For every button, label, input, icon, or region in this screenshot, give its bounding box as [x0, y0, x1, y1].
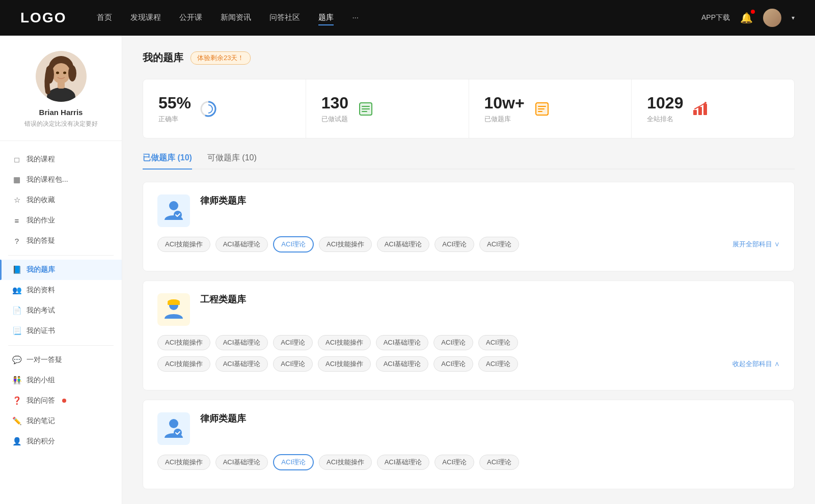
stat-rank-value: 1029 [647, 94, 683, 113]
favorites-icon: ☆ [12, 195, 21, 205]
tag-3-2[interactable]: ACI基础理论 [215, 455, 268, 470]
tag-2-r2-3[interactable]: ACI理论 [273, 356, 313, 372]
header: LOGO 首页 发现课程 公开课 新闻资讯 问答社区 题库 ··· APP下载 … [0, 0, 815, 36]
app-download[interactable]: APP下载 [701, 13, 730, 22]
tag-2-4[interactable]: ACI技能操作 [318, 335, 371, 350]
tag-2-3[interactable]: ACI理论 [273, 335, 313, 350]
sidebar-item-notes[interactable]: ✏️ 我的笔记 [0, 411, 122, 431]
sidebar-item-label: 我的课程包... [26, 175, 68, 184]
bell-badge [751, 10, 755, 14]
tabs-row: 已做题库 (10) 可做题库 (10) [143, 153, 795, 170]
tag-2-r2-6[interactable]: ACI理论 [433, 356, 473, 372]
tag-2-5[interactable]: ACI基础理论 [376, 335, 429, 350]
tag-1-7[interactable]: ACI理论 [479, 237, 519, 252]
qbank-card-2-title-wrap: 工程类题库 [200, 293, 246, 305]
sidebar-item-label: 我的证书 [26, 326, 55, 335]
sidebar-item-courses[interactable]: □ 我的课程 [0, 149, 122, 170]
tag-1-5[interactable]: ACI基础理论 [377, 237, 430, 252]
sidebar-profile: Brian Harris 错误的决定比没有决定要好 [0, 51, 122, 141]
sidebar-item-exams[interactable]: 📄 我的考试 [0, 300, 122, 321]
tag-1-3[interactable]: ACI理论 [273, 236, 314, 253]
profile-avatar [36, 51, 87, 102]
collapse-btn-2[interactable]: 收起全部科目 ∧ [732, 359, 780, 369]
svg-rect-22 [693, 110, 697, 115]
sidebar-item-1to1qa[interactable]: 💬 一对一答疑 [0, 350, 122, 370]
sidebar-item-label: 一对一答疑 [26, 355, 62, 365]
sidebar-item-certificate[interactable]: 📃 我的证书 [0, 321, 122, 341]
tag-2-7[interactable]: ACI理论 [478, 335, 518, 350]
sidebar-item-groups[interactable]: 👫 我的小组 [0, 370, 122, 390]
tag-3-6[interactable]: ACI理论 [434, 455, 474, 470]
sidebar-divider-1 [8, 255, 114, 256]
nav-open[interactable]: 公开课 [179, 11, 202, 25]
nav-home[interactable]: 首页 [97, 11, 112, 25]
avatar-svg [36, 51, 87, 102]
user-menu-chevron[interactable]: ▾ [792, 14, 795, 21]
tab-available-banks[interactable]: 可做题库 (10) [207, 153, 257, 169]
stat-accuracy-icon [199, 100, 218, 118]
svg-point-2 [52, 63, 70, 83]
sidebar-item-course-packs[interactable]: ▦ 我的课程包... [0, 170, 122, 190]
qbank-card-3-tags: ACI技能操作 ACI基础理论 ACI理论 ACI技能操作 ACI基础理论 AC… [157, 454, 780, 470]
tag-1-2[interactable]: ACI基础理论 [215, 237, 268, 252]
svg-point-32 [174, 429, 182, 437]
tag-2-r2-5[interactable]: ACI基础理论 [376, 356, 429, 372]
nav-more[interactable]: ··· [352, 11, 359, 25]
tab-done-banks[interactable]: 已做题库 (10) [143, 153, 192, 169]
logo[interactable]: LOGO [20, 10, 66, 26]
tag-3-7[interactable]: ACI理论 [479, 455, 519, 470]
tag-1-6[interactable]: ACI理论 [434, 237, 474, 252]
svg-point-4 [68, 65, 76, 81]
sidebar-item-questionbank[interactable]: 📘 我的题库 [0, 260, 122, 280]
qbank-card-3-icon [157, 412, 190, 445]
tag-3-4[interactable]: ACI技能操作 [319, 455, 372, 470]
stat-accuracy: 55% 正确率 [143, 79, 306, 138]
avatar-image [763, 9, 781, 27]
stat-done-questions-icon [357, 100, 375, 118]
tag-1-1[interactable]: ACI技能操作 [157, 237, 210, 252]
nav-news[interactable]: 新闻资讯 [221, 11, 251, 25]
sidebar-item-favorites[interactable]: ☆ 我的收藏 [0, 190, 122, 210]
tag-3-3[interactable]: ACI理论 [273, 454, 314, 470]
svg-point-25 [704, 102, 707, 104]
expand-btn-1[interactable]: 展开全部科目 ∨ [732, 240, 780, 249]
tag-2-1[interactable]: ACI技能操作 [157, 335, 210, 350]
sidebar-item-qa[interactable]: ? 我的答疑 [0, 231, 122, 251]
tag-3-5[interactable]: ACI基础理论 [377, 455, 430, 470]
tag-2-r2-1[interactable]: ACI技能操作 [157, 356, 210, 372]
qbank-card-1: 律师类题库 ACI技能操作 ACI基础理论 ACI理论 ACI技能操作 ACI基… [143, 182, 795, 271]
page-layout: Brian Harris 错误的决定比没有决定要好 □ 我的课程 ▦ 我的课程包… [0, 36, 815, 504]
svg-rect-23 [698, 107, 702, 115]
nav-questionbank[interactable]: 题库 [318, 11, 334, 25]
tag-2-2[interactable]: ACI基础理论 [215, 335, 268, 350]
sidebar-item-points[interactable]: 👤 我的积分 [0, 431, 122, 452]
courses-icon: □ [12, 155, 21, 164]
tag-2-r2-7[interactable]: ACI理论 [478, 356, 518, 372]
profile-name: Brian Harris [39, 108, 83, 117]
tag-1-4[interactable]: ACI技能操作 [319, 237, 372, 252]
qbank-card-2-header: 工程类题库 [157, 293, 780, 326]
stat-rank-text: 1029 全站排名 [647, 94, 683, 124]
sidebar-item-homework[interactable]: ≡ 我的作业 [0, 210, 122, 231]
stat-done-questions-label: 已做试题 [321, 115, 348, 124]
sidebar-item-materials[interactable]: 👥 我的资料 [0, 280, 122, 300]
tag-2-r2-4[interactable]: ACI技能操作 [318, 356, 371, 372]
sidebar-item-label: 我的课程 [26, 155, 55, 164]
svg-point-26 [169, 201, 178, 210]
tag-2-6[interactable]: ACI理论 [433, 335, 473, 350]
exams-icon: 📄 [12, 306, 21, 315]
tag-3-1[interactable]: ACI技能操作 [157, 455, 210, 470]
svg-rect-6 [58, 81, 65, 89]
stat-accuracy-label: 正确率 [158, 115, 191, 124]
qbank-card-1-icon [157, 194, 190, 227]
stat-rank-icon [691, 100, 710, 118]
tag-2-r2-2[interactable]: ACI基础理论 [215, 356, 268, 372]
sidebar-item-myqa[interactable]: ❓ 我的问答 [0, 390, 122, 411]
nav-qa[interactable]: 问答社区 [269, 11, 300, 25]
user-avatar[interactable] [763, 9, 781, 27]
svg-point-7 [56, 72, 59, 74]
notification-bell[interactable]: 🔔 [740, 12, 753, 24]
qbank-card-2: 工程类题库 ACI技能操作 ACI基础理论 ACI理论 ACI技能操作 ACI基… [143, 281, 795, 390]
nav-discover[interactable]: 发现课程 [130, 11, 161, 25]
sidebar-item-label: 我的作业 [26, 216, 55, 225]
